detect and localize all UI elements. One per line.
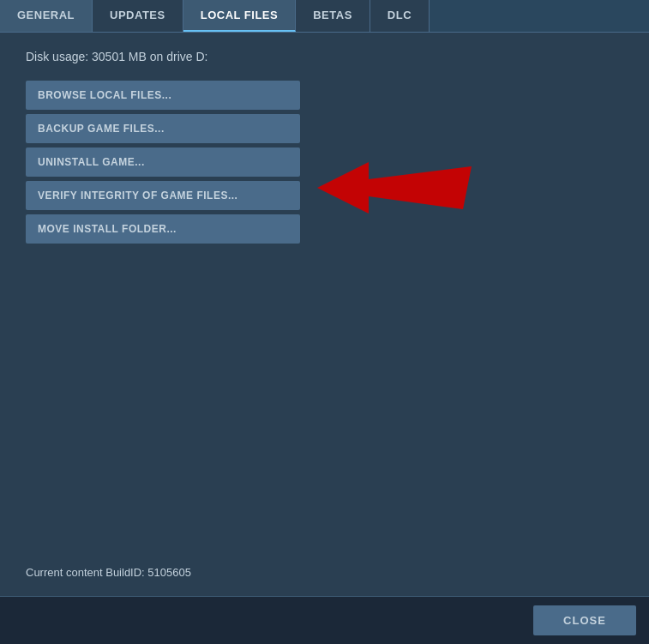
build-id-text: Current content BuildID: 5105605 <box>26 566 623 579</box>
tab-betas[interactable]: BETAS <box>296 0 370 32</box>
action-buttons-section: BROWSE LOCAL FILES... BACKUP GAME FILES.… <box>26 81 300 244</box>
bottom-bar: CLOSE <box>0 596 649 644</box>
backup-game-files-button[interactable]: BACKUP GAME FILES... <box>26 114 300 143</box>
main-content: Disk usage: 30501 MB on drive D: BROWSE … <box>0 33 649 596</box>
move-install-folder-button[interactable]: MOVE INSTALL FOLDER... <box>26 214 300 244</box>
tab-local-files[interactable]: LOCAL FILES <box>183 0 296 32</box>
tab-bar: GENERAL UPDATES LOCAL FILES BETAS DLC <box>0 0 649 33</box>
tab-general[interactable]: GENERAL <box>0 0 93 32</box>
uninstall-game-button[interactable]: UNINSTALL GAME... <box>26 147 300 177</box>
tab-dlc[interactable]: DLC <box>370 0 430 32</box>
arrow-annotation <box>317 162 472 214</box>
svg-marker-0 <box>317 162 472 214</box>
close-button[interactable]: CLOSE <box>533 605 636 635</box>
browse-local-files-button[interactable]: BROWSE LOCAL FILES... <box>26 81 300 110</box>
verify-integrity-button[interactable]: VERIFY INTEGRITY OF GAME FILES... <box>26 181 300 210</box>
tab-updates[interactable]: UPDATES <box>93 0 183 32</box>
disk-usage-text: Disk usage: 30501 MB on drive D: <box>26 50 623 63</box>
